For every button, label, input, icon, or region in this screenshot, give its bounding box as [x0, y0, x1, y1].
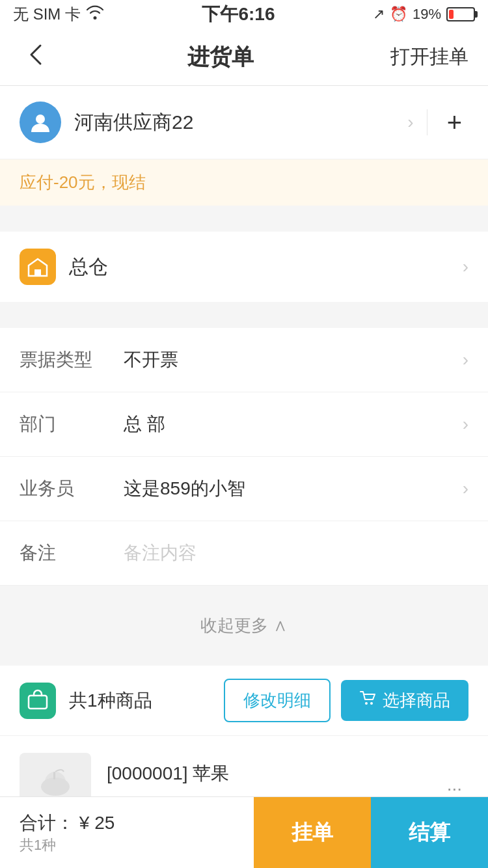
- salesperson-label: 业务员: [20, 476, 98, 501]
- cart-icon: [359, 690, 377, 711]
- supplier-row[interactable]: 河南供应商22 › +: [0, 86, 488, 159]
- status-bar: 无 SIM 卡 下午6:16 ↗ ⏰ 19%: [0, 0, 488, 29]
- page-title: 进货单: [187, 42, 254, 72]
- battery-percent: 19%: [413, 6, 441, 23]
- svg-point-4: [370, 702, 373, 705]
- warehouse-row[interactable]: 总仓 ›: [0, 232, 488, 315]
- battery-fill: [449, 10, 454, 19]
- carrier-text: 无 SIM 卡: [13, 4, 81, 25]
- svg-rect-1: [34, 269, 41, 276]
- dept-chevron: ›: [463, 414, 468, 435]
- total-label: 合计：: [20, 813, 74, 833]
- main-content: 河南供应商22 › + 应付-20元，现结 总仓 › 票据类型 不开票 ›: [0, 86, 488, 868]
- total-amount: ¥ 25: [79, 813, 115, 833]
- note-value: 备注内容: [98, 541, 468, 565]
- total-count: 共1种: [20, 835, 234, 855]
- supplier-name: 河南供应商22: [74, 109, 407, 136]
- svg-rect-2: [29, 696, 47, 709]
- form-row-note[interactable]: 备注 备注内容: [0, 521, 488, 586]
- battery-icon: [446, 7, 475, 21]
- supplier-divider: [427, 109, 427, 135]
- select-product-label: 选择商品: [383, 689, 450, 712]
- status-time: 下午6:16: [202, 2, 275, 27]
- invoice-value: 不开票: [98, 347, 463, 372]
- total-row: 合计： ¥ 25: [20, 811, 234, 835]
- product-header: 共1种商品 修改明细 选择商品: [0, 666, 488, 736]
- product-count-icon: [20, 683, 56, 719]
- wifi-icon: [86, 5, 104, 23]
- supplier-section: 河南供应商22 › + 应付-20元，现结: [0, 86, 488, 219]
- supplier-avatar: [20, 102, 61, 143]
- product-title: 苹果: [193, 763, 229, 783]
- notice-bar: 应付-20元，现结: [0, 159, 488, 219]
- warehouse-icon: [20, 249, 56, 285]
- dept-value: 总 部: [98, 412, 463, 437]
- alarm-icon: ⏰: [390, 6, 407, 23]
- add-supplier-button[interactable]: +: [441, 108, 468, 137]
- bottom-bar: 合计： ¥ 25 共1种 挂单 结算: [0, 796, 488, 868]
- warehouse-chevron: ›: [463, 256, 468, 277]
- product-count-text: 共1种商品: [69, 688, 224, 713]
- warehouse-section: 总仓 ›: [0, 232, 488, 315]
- status-right: ↗ ⏰ 19%: [373, 6, 475, 23]
- form-row-invoice[interactable]: 票据类型 不开票 ›: [0, 328, 488, 392]
- form-section: 票据类型 不开票 › 部门 总 部 › 业务员 这是859的小智 › 备注 备注…: [0, 328, 488, 586]
- notice-text: 应付-20元，现结: [20, 172, 146, 192]
- hang-order-button[interactable]: 挂单: [254, 797, 371, 869]
- form-row-salesperson[interactable]: 业务员 这是859的小智 ›: [0, 457, 488, 521]
- open-hang-button[interactable]: 打开挂单: [390, 44, 468, 70]
- salesperson-value: 这是859的小智: [98, 476, 463, 501]
- total-section: 合计： ¥ 25 共1种: [0, 811, 254, 855]
- location-icon: ↗: [373, 6, 385, 23]
- product-code: [0000001]: [107, 763, 193, 783]
- svg-point-6: [41, 778, 70, 796]
- invoice-chevron: ›: [463, 349, 468, 370]
- svg-rect-7: [53, 772, 55, 780]
- svg-point-0: [36, 115, 45, 124]
- select-product-button[interactable]: 选择商品: [341, 680, 468, 721]
- status-left: 无 SIM 卡: [13, 4, 104, 25]
- form-row-dept[interactable]: 部门 总 部 ›: [0, 392, 488, 457]
- collapse-label: 收起更多 ∧: [200, 614, 287, 637]
- checkout-button[interactable]: 结算: [371, 797, 488, 869]
- svg-point-3: [365, 702, 368, 705]
- collapse-button[interactable]: 收起更多 ∧: [0, 599, 488, 653]
- edit-detail-button[interactable]: 修改明细: [224, 679, 331, 722]
- back-button[interactable]: [20, 34, 51, 81]
- supplier-chevron: ›: [407, 112, 413, 133]
- nav-bar: 进货单 打开挂单: [0, 29, 488, 86]
- product-name: [0000001] 苹果: [107, 761, 441, 786]
- dept-label: 部门: [20, 412, 98, 437]
- invoice-label: 票据类型: [20, 347, 98, 372]
- warehouse-name: 总仓: [69, 254, 463, 280]
- note-label: 备注: [20, 541, 98, 565]
- salesperson-chevron: ›: [463, 478, 468, 499]
